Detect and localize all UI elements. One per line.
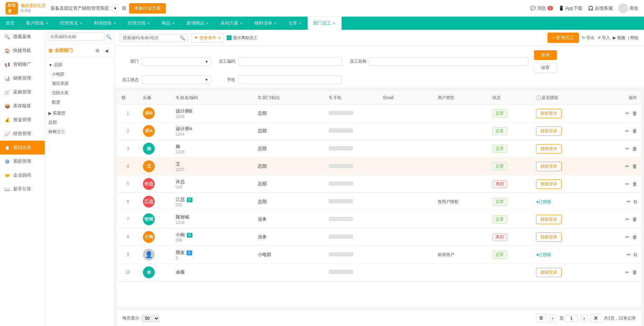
tab-close-icon[interactable]: ✕ — [274, 21, 277, 26]
edit-icon[interactable]: ✏ — [625, 234, 629, 240]
sidebar-item-inventory[interactable]: 📦 库存核算 — [0, 99, 45, 113]
delete-icon[interactable]: 🗑 — [632, 164, 637, 169]
filter-emp-code-input[interactable] — [238, 58, 342, 66]
show-resigned-toggle[interactable]: ✓ 显示离职员工 — [227, 35, 258, 41]
dept-zhishu-header[interactable]: 植树王三 — [45, 127, 114, 136]
auth-login-btn[interactable]: 授权登录 — [536, 126, 562, 136]
help-btn[interactable]: | 帮助 — [628, 35, 638, 41]
tab-barcode[interactable]: 条码方案 ✕ — [215, 17, 249, 30]
auth-login-btn[interactable]: 授权登录 — [536, 232, 562, 242]
dept-search-input[interactable] — [48, 33, 105, 41]
tab-close-icon[interactable]: ✕ — [79, 21, 82, 26]
tab-close-icon[interactable]: ✕ — [113, 21, 116, 26]
sidebar-item-system[interactable]: ⚙️ 系统管理 — [0, 155, 45, 168]
copy-icon[interactable]: ⧉ — [634, 199, 637, 205]
sidebar-item-search[interactable]: 🔍 搜索菜单 — [0, 30, 45, 44]
dept-zongbu-header[interactable]: ▼ 总部 — [45, 60, 114, 70]
auth-login-btn[interactable]: 授权登录 — [536, 268, 562, 277]
filter-status-select[interactable]: ▾ — [142, 76, 211, 84]
first-page-btn[interactable]: 首 — [536, 314, 546, 323]
tab-close-icon[interactable]: ✕ — [147, 21, 150, 26]
tab-history[interactable]: 经营历程 ✕ — [122, 17, 156, 30]
tab-close-icon[interactable]: ✕ — [299, 21, 302, 26]
delete-icon[interactable]: 🗑 — [632, 270, 637, 275]
tab-employees[interactable]: 部门员工 ✕ — [308, 17, 342, 30]
page-num-input[interactable] — [565, 315, 578, 322]
th-dept-sortable[interactable]: ⇅ 部门/职位 — [258, 95, 320, 101]
tab-close-icon[interactable]: ✕ — [172, 21, 175, 26]
dept-settings-icon[interactable]: ⚙ — [94, 47, 101, 54]
filter-phone-input[interactable] — [238, 76, 342, 84]
dept-node-shenyang[interactable]: 沈阳大库 — [45, 88, 114, 98]
sidebar-item-sales[interactable]: 📊 销售管理 — [0, 71, 45, 85]
delete-icon[interactable]: 🗑 — [632, 234, 637, 240]
dept-node-peihuo[interactable]: 配货 — [45, 98, 114, 107]
prev-page-btn[interactable]: ‹ — [549, 315, 557, 322]
sidebar-item-guide[interactable]: 📖 新手引导 — [0, 182, 45, 196]
video-btn[interactable]: ▶ 视频 — [613, 35, 625, 41]
search-icon[interactable]: 🔍 — [180, 35, 185, 41]
edit-icon[interactable]: ✏ — [625, 164, 629, 169]
page-size-select[interactable]: 50 100 200 — [142, 315, 160, 322]
tab-close-icon[interactable]: ✕ — [206, 21, 209, 26]
sys-dropdown-btn[interactable]: ▾ — [112, 5, 119, 12]
next-page-btn[interactable]: › — [580, 315, 588, 322]
dept-zongbu2-header[interactable]: 总部 — [45, 118, 114, 127]
th-phone-sortable[interactable]: ⇅ 手机 — [329, 95, 375, 101]
dept-collapse-icon[interactable]: ◀ — [103, 47, 110, 54]
edit-icon[interactable]: ✏ — [625, 128, 629, 134]
edit-icon[interactable]: ✏ — [625, 181, 629, 187]
tab-close-icon[interactable]: ✕ — [333, 21, 336, 26]
tab-operation[interactable]: 经营情况 ✕ — [54, 17, 88, 30]
dept-search-icon[interactable]: 🔍 — [106, 34, 111, 39]
gear-settings-btn[interactable]: ⚙ — [121, 5, 126, 11]
edit-icon[interactable]: ✏ — [625, 270, 629, 275]
export-btn[interactable]: ↻ 导出 — [582, 35, 595, 41]
add-employee-btn[interactable]: + 新增员工 — [547, 33, 579, 43]
query-btn[interactable]: 查询 — [534, 50, 557, 60]
sidebar-item-mgmt[interactable]: 📈 经营管理 — [0, 127, 45, 141]
search-input[interactable] — [123, 35, 178, 40]
sidebar-item-purchase[interactable]: 🛒 采购管理 — [0, 85, 45, 99]
auth-login-btn[interactable]: 授权登录 — [536, 144, 562, 153]
trial-btn[interactable]: 体验行业方案 — [129, 3, 166, 14]
col-gear-icon[interactable]: ⚙ — [121, 95, 126, 100]
auth-login-btn[interactable]: 授权登录 — [536, 179, 562, 189]
filter-dept-select[interactable]: ▾ — [142, 58, 211, 66]
tab-close-icon[interactable]: ✕ — [240, 21, 243, 26]
tab-home[interactable]: 首页 — [0, 17, 20, 30]
th-name-sortable[interactable]: ⇅ 姓名/编码 — [176, 95, 250, 101]
tab-profit[interactable]: 利润报告 ✕ — [88, 17, 122, 30]
auth-login-btn[interactable]: 授权登录 — [536, 162, 562, 171]
tab-add-goods[interactable]: 新增商品 ✕ — [181, 17, 215, 30]
edit-icon[interactable]: ✏ — [627, 252, 631, 258]
auth-login-btn[interactable]: 授权登录 — [536, 109, 562, 118]
edit-icon[interactable]: ✏ — [627, 199, 631, 205]
dept-shuangting-header[interactable]: ▶ 双庭想 — [45, 108, 114, 118]
edit-icon[interactable]: ✏ — [625, 217, 629, 222]
more-filter-btn[interactable]: ▼ 更多条件 ∧ — [191, 33, 224, 43]
import-btn[interactable]: ↺ 导入 — [597, 35, 610, 41]
tab-close-icon[interactable]: ✕ — [45, 21, 48, 26]
delete-icon[interactable]: 🗑 — [632, 111, 637, 116]
tab-customer[interactable]: 客户联络 ✕ — [20, 17, 54, 30]
user-area[interactable]: 用友 — [618, 3, 638, 13]
dept-node-xiaodian[interactable]: 小电部 — [45, 70, 114, 79]
set-btn[interactable]: 设置 — [534, 63, 557, 73]
last-page-btn[interactable]: 末 — [591, 314, 601, 323]
tab-warehouse[interactable]: 仓库 ✕ — [283, 17, 308, 30]
tab-goods[interactable]: 商品 ✕ — [156, 17, 181, 30]
copy-icon[interactable]: ⧉ — [634, 252, 637, 258]
app-download-btn[interactable]: 📱 App下载 — [559, 5, 582, 11]
delete-icon[interactable]: 🗑 — [632, 181, 637, 187]
online-service-btn[interactable]: 🎧 在线客服 — [588, 5, 613, 11]
sidebar-item-marketing[interactable]: 📢 营销推广 — [0, 58, 45, 71]
msg-btn[interactable]: 💬 消息 5 — [530, 5, 553, 11]
delete-icon[interactable]: 🗑 — [632, 217, 637, 222]
tab-bom[interactable]: 物料清单 ✕ — [249, 17, 283, 30]
filter-emp-name-input[interactable] — [369, 58, 528, 66]
delete-icon[interactable]: 🗑 — [632, 128, 637, 134]
edit-icon[interactable]: ✏ — [625, 146, 629, 151]
sidebar-item-collab[interactable]: 🤝 企业协同 — [0, 168, 45, 182]
auth-login-btn[interactable]: 授权登录 — [536, 215, 562, 224]
